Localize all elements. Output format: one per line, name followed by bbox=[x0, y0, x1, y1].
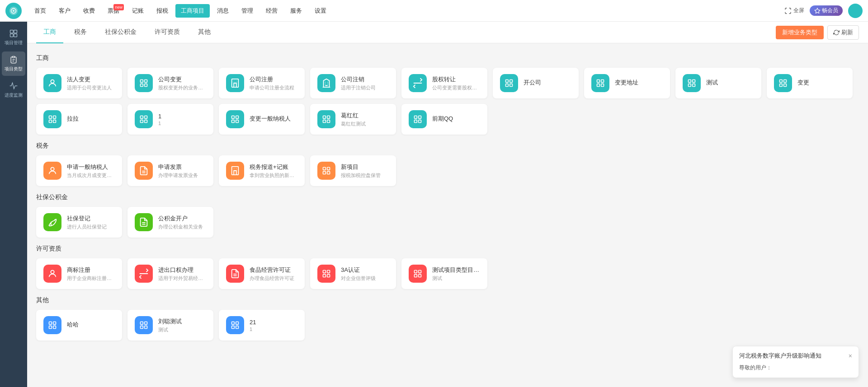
card-3A认证[interactable]: 3A认证对企业信誉评级 bbox=[310, 258, 396, 289]
nav-item-设置[interactable]: 设置 bbox=[309, 4, 332, 18]
cards-grid-shuiwu: 申请一般纳税人当月或次月成变更完成申请发票办理申请发票业务税务报道+记账拿到营业… bbox=[36, 155, 859, 186]
card-申请一般纳税人[interactable]: 申请一般纳税人当月或次月成变更完成 bbox=[36, 155, 122, 186]
card-name-哈哈: 哈哈 bbox=[67, 321, 115, 329]
card-商标注册[interactable]: 商标注册用于企业商标注册服务 bbox=[36, 258, 122, 289]
card-开公司[interactable]: 开公司 bbox=[493, 68, 579, 98]
svg-rect-20 bbox=[601, 84, 604, 87]
svg-rect-22 bbox=[693, 80, 695, 83]
card-info-变更: 变更 bbox=[797, 79, 845, 88]
nav-item-记账[interactable]: 记账 bbox=[127, 4, 149, 18]
nav-item-报税[interactable]: 报税 bbox=[151, 4, 174, 18]
nav-item-票据[interactable]: 票据new bbox=[102, 4, 125, 18]
card-前期QQ[interactable]: 前期QQ bbox=[401, 104, 487, 135]
add-business-type-button[interactable]: 新增业务类型 bbox=[776, 26, 824, 39]
card-name-公司注销: 公司注销 bbox=[341, 75, 389, 84]
card-税务报道+记账[interactable]: 税务报道+记账拿到营业执照的新公司 bbox=[219, 155, 305, 186]
nav-item-客户[interactable]: 客户 bbox=[53, 4, 76, 18]
sidebar-item-进度监测[interactable]: 进度监测 bbox=[2, 78, 25, 102]
sidebar-item-项目类型[interactable]: 项目类型 bbox=[2, 51, 25, 76]
card-公司变更[interactable]: 公司变更股权变更外的业务变更 bbox=[127, 68, 213, 98]
sub-tab-税务[interactable]: 税务 bbox=[67, 22, 94, 43]
svg-point-7 bbox=[51, 80, 54, 83]
nav-right-actions: 全屏 畅会员 bbox=[784, 4, 863, 18]
svg-rect-36 bbox=[145, 120, 147, 123]
nav-item-管理[interactable]: 管理 bbox=[236, 4, 259, 18]
sub-tab-工商[interactable]: 工商 bbox=[36, 22, 63, 43]
fullscreen-button[interactable]: 全屏 bbox=[784, 7, 804, 14]
card-info-变更一般纳税人: 变更一般纳税人 bbox=[250, 115, 297, 124]
svg-point-0 bbox=[13, 10, 14, 12]
card-info-哈哈: 哈哈 bbox=[67, 321, 115, 330]
card-info-拉拉: 拉拉 bbox=[67, 115, 115, 124]
svg-rect-68 bbox=[415, 275, 417, 277]
card-申请发票[interactable]: 申请发票办理申请发票业务 bbox=[127, 155, 213, 186]
card-info-变更地址: 变更地址 bbox=[615, 79, 663, 88]
card-葛红红[interactable]: 葛红红葛红红测试 bbox=[310, 104, 396, 135]
card-测试[interactable]: 测试 bbox=[675, 68, 761, 98]
card-公司注销[interactable]: 公司注销适用于注销公司 bbox=[310, 68, 396, 98]
svg-rect-81 bbox=[236, 326, 239, 329]
app-logo[interactable] bbox=[5, 3, 22, 19]
svg-rect-5 bbox=[14, 34, 17, 37]
sub-tab-其他[interactable]: 其他 bbox=[191, 22, 218, 43]
section-xuke: 许可资质商标注册用于企业商标注册服务进出口权办理适用于对外贸易经营者食品经营许可… bbox=[36, 245, 859, 289]
svg-rect-55 bbox=[323, 172, 326, 174]
card-info-测试: 测试 bbox=[706, 79, 754, 88]
card-icon-变更 bbox=[774, 74, 792, 92]
cards-grid-other: 哈哈刘聪测试测试211 bbox=[36, 310, 859, 340]
card-desc-3A认证: 对企业信誉评级 bbox=[341, 275, 389, 282]
card-新项目[interactable]: 新项目报税加税控盘保管 bbox=[310, 155, 396, 186]
card-法人变更[interactable]: 法人变更适用于公司变更法人 bbox=[36, 68, 122, 98]
card-name-1: 1 bbox=[158, 113, 206, 120]
nav-item-经营[interactable]: 经营 bbox=[260, 4, 283, 18]
card-变更[interactable]: 变更 bbox=[767, 68, 853, 98]
card-icon-公司注销 bbox=[317, 74, 335, 92]
card-测试项目类型目定义[interactable]: 测试项目类型目定义测试 bbox=[401, 258, 487, 289]
nav-item-收费[interactable]: 收费 bbox=[78, 4, 100, 18]
svg-rect-71 bbox=[53, 322, 56, 325]
card-icon-21 bbox=[226, 316, 244, 334]
card-icon-测试项目类型目定义 bbox=[409, 265, 427, 283]
card-拉拉[interactable]: 拉拉 bbox=[36, 104, 122, 135]
sub-tab-社保公积金[interactable]: 社保公积金 bbox=[98, 22, 144, 43]
card-name-3A认证: 3A认证 bbox=[341, 266, 389, 274]
card-desc-申请一般纳税人: 当月或次月成变更完成 bbox=[67, 172, 115, 179]
card-21[interactable]: 211 bbox=[219, 310, 305, 340]
card-name-公积金开户: 公积金开户 bbox=[158, 214, 206, 223]
svg-rect-6 bbox=[13, 56, 15, 58]
section-title-other: 其他 bbox=[36, 296, 859, 304]
card-name-葛红红: 葛红红 bbox=[341, 112, 389, 120]
card-股权转让[interactable]: 股权转让公司变更需要股权转让 bbox=[401, 68, 487, 98]
card-公积金开户[interactable]: 公积金开户办理公积金相关业务 bbox=[127, 207, 213, 238]
notification-close-button[interactable]: × bbox=[849, 352, 852, 359]
card-变更一般纳税人[interactable]: 变更一般纳税人 bbox=[219, 104, 305, 135]
card-进出口权办理[interactable]: 进出口权办理适用于对外贸易经营者 bbox=[127, 258, 213, 289]
svg-rect-8 bbox=[141, 80, 143, 83]
nav-item-工商项目[interactable]: 工商项目 bbox=[175, 4, 210, 18]
sidebar-item-项目管理[interactable]: 项目管理 bbox=[2, 25, 25, 50]
card-食品经营许可证[interactable]: 食品经营许可证办理食品经营许可证 bbox=[219, 258, 305, 289]
card-哈哈[interactable]: 哈哈 bbox=[36, 310, 122, 340]
card-公司注册[interactable]: 公司注册申请公司注册全流程 bbox=[219, 68, 305, 98]
card-icon-申请一般纳税人 bbox=[43, 162, 61, 180]
svg-rect-74 bbox=[141, 322, 143, 325]
svg-rect-19 bbox=[597, 84, 600, 87]
card-刘聪测试[interactable]: 刘聪测试测试 bbox=[127, 310, 213, 340]
member-button[interactable]: 畅会员 bbox=[810, 5, 843, 16]
card-info-申请一般纳税人: 申请一般纳税人当月或次月成变更完成 bbox=[67, 163, 115, 179]
nav-item-消息[interactable]: 消息 bbox=[212, 4, 234, 18]
card-desc-葛红红: 葛红红测试 bbox=[341, 121, 389, 127]
card-社保登记[interactable]: 社保登记进行人员社保登记 bbox=[36, 207, 122, 238]
refresh-button[interactable]: 刷新 bbox=[827, 25, 859, 40]
user-avatar[interactable] bbox=[848, 4, 863, 18]
nav-item-服务[interactable]: 服务 bbox=[285, 4, 307, 18]
card-icon-哈哈 bbox=[43, 316, 61, 334]
svg-rect-40 bbox=[236, 120, 239, 123]
card-icon-刘聪测试 bbox=[135, 316, 153, 334]
sub-tabs: 工商税务社保公积金许可资质其他 bbox=[36, 22, 222, 43]
svg-rect-47 bbox=[415, 120, 417, 123]
sub-tab-许可资质[interactable]: 许可资质 bbox=[147, 22, 187, 43]
nav-item-首页[interactable]: 首页 bbox=[29, 4, 52, 18]
card-1[interactable]: 11 bbox=[127, 104, 213, 135]
card-变更地址[interactable]: 变更地址 bbox=[584, 68, 670, 98]
